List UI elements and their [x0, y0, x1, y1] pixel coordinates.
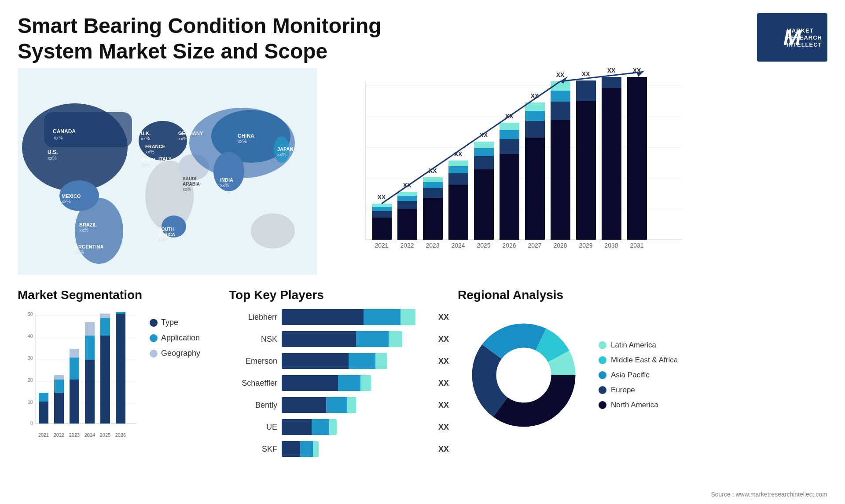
- reg-legend-europe: Europe: [599, 386, 678, 394]
- world-map: CANADA xx% U.S. xx% MEXICO xx% BRAZIL xx…: [18, 68, 317, 279]
- apac-label: Asia Pacific: [611, 371, 650, 380]
- svg-rect-70: [448, 173, 468, 185]
- player-name-schaeffler: Schaeffler: [229, 379, 277, 388]
- key-players-section: Top Key Players Liebherr XX: [229, 288, 449, 473]
- latin-label: Latin America: [611, 341, 656, 350]
- svg-rect-134: [54, 380, 64, 393]
- svg-rect-66: [423, 182, 443, 188]
- svg-rect-77: [474, 142, 494, 148]
- svg-text:2022: 2022: [400, 242, 414, 249]
- logo-line1: MARKET: [786, 27, 822, 34]
- logo-box: M MARKET RESEARCH INTELLECT: [757, 13, 827, 62]
- player-label-nsk: XX: [438, 331, 449, 347]
- logo-line2: RESEARCH: [786, 34, 822, 41]
- svg-text:2025: 2025: [100, 432, 110, 438]
- player-row-schaeffler: Schaeffler XX: [229, 375, 449, 391]
- svg-rect-81: [500, 130, 519, 139]
- svg-rect-72: [448, 161, 468, 166]
- latin-dot: [599, 341, 606, 349]
- svg-text:ARABIA: ARABIA: [183, 182, 200, 186]
- svg-rect-79: [500, 154, 519, 240]
- svg-text:U.K.: U.K.: [141, 131, 151, 136]
- svg-rect-90: [551, 102, 570, 120]
- svg-text:ITALY: ITALY: [158, 156, 172, 161]
- svg-rect-67: [423, 177, 443, 182]
- app-dot: [150, 334, 158, 342]
- legend-geo-label: Geography: [161, 349, 200, 358]
- type-dot: [150, 319, 158, 327]
- player-row-bently: Bently XX: [229, 397, 449, 413]
- na-label: North America: [611, 401, 658, 409]
- svg-rect-65: [423, 188, 443, 198]
- player-bar-skf: [282, 441, 430, 457]
- svg-text:xx%: xx%: [178, 136, 187, 141]
- player-name-bently: Bently: [229, 401, 277, 410]
- svg-rect-138: [70, 358, 79, 380]
- svg-text:0: 0: [30, 420, 33, 426]
- svg-text:2021: 2021: [38, 432, 49, 438]
- svg-text:2027: 2027: [528, 242, 541, 249]
- growth-chart-svg: XX XX XX XX: [339, 68, 691, 275]
- europe-label: Europe: [611, 386, 635, 394]
- regional-title: Regional Analysis: [458, 288, 827, 302]
- svg-text:AFRICA: AFRICA: [158, 232, 175, 237]
- seg-legend: Type Application Geography: [150, 309, 200, 446]
- svg-text:xx%: xx%: [220, 183, 229, 188]
- legend-geography: Geography: [150, 349, 200, 358]
- player-label-schaeffler: XX: [438, 375, 449, 391]
- svg-text:2024: 2024: [451, 242, 465, 249]
- player-label-skf: XX: [438, 441, 449, 457]
- player-bar-schaeffler: [282, 375, 430, 391]
- player-bar-emerson: [282, 353, 430, 369]
- svg-text:2028: 2028: [553, 242, 567, 249]
- svg-rect-133: [54, 393, 64, 424]
- reg-legend-latin: Latin America: [599, 341, 678, 350]
- player-label-emerson: XX: [438, 353, 449, 369]
- svg-text:xx%: xx%: [158, 237, 167, 242]
- svg-text:xx%: xx%: [277, 152, 287, 157]
- svg-rect-55: [372, 211, 392, 218]
- svg-rect-141: [85, 360, 95, 424]
- svg-point-13: [251, 213, 295, 248]
- svg-text:50: 50: [28, 311, 33, 317]
- regional-legend: Latin America Middle East & Africa Asia …: [599, 341, 678, 409]
- svg-text:xx%: xx%: [238, 139, 247, 144]
- segmentation-title: Market Segmentation: [18, 288, 220, 302]
- svg-rect-75: [474, 156, 494, 169]
- legend-type-label: Type: [161, 318, 178, 327]
- svg-rect-149: [116, 314, 125, 424]
- svg-text:2026: 2026: [502, 242, 516, 249]
- player-label-bently: XX: [438, 397, 449, 413]
- svg-text:FRANCE: FRANCE: [145, 144, 165, 149]
- svg-rect-64: [423, 198, 443, 240]
- svg-text:xx%: xx%: [141, 136, 150, 141]
- apac-dot: [599, 371, 606, 379]
- svg-rect-56: [372, 207, 392, 211]
- player-bar-bently: [282, 397, 430, 413]
- svg-rect-139: [70, 349, 79, 358]
- svg-rect-82: [500, 123, 519, 130]
- svg-rect-57: [372, 204, 392, 207]
- growth-chart-container: XX XX XX XX: [334, 68, 827, 279]
- svg-text:xx%: xx%: [62, 199, 71, 204]
- svg-rect-108: [602, 88, 621, 240]
- svg-rect-104: [576, 101, 596, 240]
- player-name-skf: SKF: [229, 445, 277, 454]
- svg-text:xx%: xx%: [183, 187, 191, 192]
- player-label-ue: XX: [438, 419, 449, 435]
- logo-area: M MARKET RESEARCH INTELLECT: [757, 13, 827, 62]
- svg-text:XX: XX: [607, 68, 616, 74]
- logo-text: MARKET RESEARCH INTELLECT: [786, 27, 822, 48]
- source-text: Source : www.marketresearchintellect.com: [711, 491, 827, 498]
- player-name-ue: UE: [229, 423, 277, 432]
- svg-point-157: [497, 349, 550, 402]
- svg-text:xx%: xx%: [54, 135, 63, 140]
- svg-text:xx%: xx%: [75, 249, 84, 255]
- svg-text:ARGENTINA: ARGENTINA: [75, 244, 103, 249]
- player-bar-ue: [282, 419, 430, 435]
- svg-rect-105: [576, 80, 596, 101]
- svg-text:xx%: xx%: [141, 162, 150, 168]
- svg-rect-112: [627, 77, 647, 240]
- player-row-nsk: NSK XX: [229, 331, 449, 347]
- header: Smart Bearing Condition Monitoring Syste…: [0, 0, 845, 68]
